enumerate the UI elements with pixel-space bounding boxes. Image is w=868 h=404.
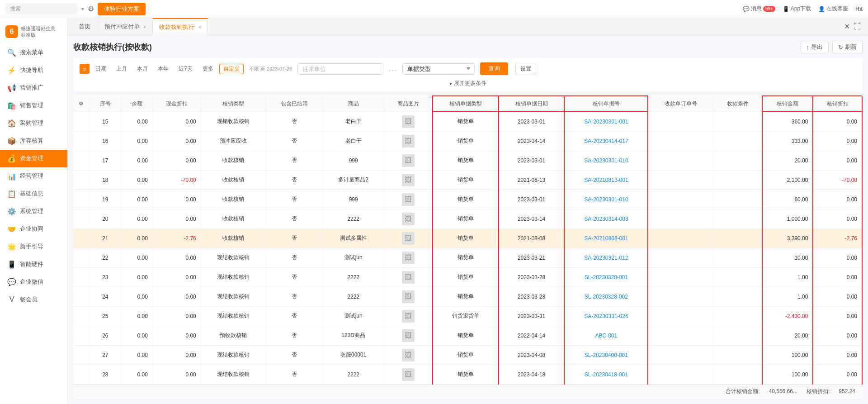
col-writeoff-amount-cell: 2,100.00 (762, 170, 813, 190)
col-cash-discount-cell: 0.00 (152, 287, 201, 306)
sidebar-item-operations[interactable]: 📊 经营管理 (0, 167, 67, 185)
tab-prepaid-close-icon[interactable]: × (143, 24, 146, 29)
filter-bill-type-select[interactable]: 单据类型 (402, 63, 475, 75)
col-gear-cell (73, 112, 90, 131)
col-writeoff-discount-cell: -2.76 (813, 228, 862, 248)
col-no-cell: 23 (90, 267, 121, 287)
col-no-cell: 19 (90, 190, 121, 209)
filter-date-7days[interactable]: 近7天 (175, 64, 197, 74)
col-bill-no-cell[interactable]: SA-20230414-017 (564, 131, 648, 151)
topbar-gear-icon[interactable]: ⚙ (88, 5, 94, 13)
sidebar-item-finance[interactable]: 💰 资金管理 (0, 150, 67, 167)
filter-date-more[interactable]: 更多 (198, 64, 217, 74)
goods-img-cell: 🖼 (384, 365, 433, 384)
col-bill-no-cell[interactable]: SA-20230301-010 (564, 190, 648, 209)
sidebar-item-enterprise[interactable]: 🤝 企业协同 (0, 220, 67, 238)
app-download-btn[interactable]: 📱 App下载 (783, 5, 811, 13)
tab-receipt-writeoff-close-icon[interactable]: × (198, 24, 201, 30)
sidebar-item-wechat[interactable]: 💬 企业微信 (0, 273, 67, 291)
filter-from-unit-input[interactable] (297, 63, 383, 75)
col-bill-date-cell: 2023-04-18 (499, 365, 565, 384)
industry-solution-button[interactable]: 体验行业方案 (98, 3, 146, 15)
col-bill-no-cell[interactable]: ABC-001 (564, 326, 648, 345)
col-goods-cell: 2222 (323, 267, 384, 287)
sidebar-item-base-info[interactable]: 📋 基础信息 (0, 185, 67, 203)
col-bill-no-cell[interactable]: SL-20230328-002 (564, 287, 648, 306)
tab-expand-button[interactable]: ⛶ (854, 22, 861, 31)
col-bill-no-cell[interactable]: SA-20230301-001 (564, 112, 648, 131)
col-receipt-order-no-cell (648, 248, 713, 267)
sidebar-item-newbie[interactable]: 🌟 新手引导 (0, 238, 67, 256)
topbar-chevron-icon[interactable]: ▾ (81, 6, 84, 12)
table-container[interactable]: ⚙ 序号 余额 现金折扣 核销类型 包含已结清 商品 商品图片 核销单据类型 核… (73, 95, 863, 399)
filter-date-custom[interactable]: 自定义 (219, 64, 244, 74)
col-bill-type-cell: 销货单 (433, 365, 499, 384)
col-bill-no-header: 核销单据号 (564, 96, 648, 112)
tab-bar-actions: ✕ ⛶ (844, 22, 864, 31)
tab-close-all-button[interactable]: ✕ (844, 22, 850, 31)
smart-hw-icon: 📱 (7, 260, 16, 269)
online-service-btn[interactable]: 👤 在线客服 (818, 5, 848, 13)
sidebar-item-purchase[interactable]: 🏠 采购管理 (0, 114, 67, 132)
filter-date-last-month[interactable]: 上月 (112, 64, 131, 74)
col-bill-type-cell: 销货单 (433, 326, 499, 345)
col-writeoff-discount-cell: 0.00 (813, 112, 862, 131)
col-receipt-order-no-header: 收款单订单号 (648, 96, 713, 112)
col-bill-no-cell[interactable]: SA-20230301-010 (564, 151, 648, 170)
col-payment-terms-cell (713, 112, 762, 131)
sidebar-item-system[interactable]: ⚙️ 系统管理 (0, 203, 67, 220)
col-balance-cell: 0.00 (121, 306, 153, 326)
sidebar-item-search-menu[interactable]: 🔍 搜索菜单 (0, 44, 67, 62)
col-balance-cell: 0.00 (121, 228, 153, 248)
col-balance-cell: 0.00 (121, 326, 153, 345)
sidebar-item-member[interactable]: V 畅会员 (0, 291, 67, 308)
tab-receipt-writeoff[interactable]: 收款核销执行 × (153, 18, 208, 35)
col-bill-no-cell[interactable]: SA-20230331-026 (564, 306, 648, 326)
export-button[interactable]: ↑ 导出 (801, 41, 829, 53)
sidebar-item-smart-hw[interactable]: 📱 智能硬件 (0, 256, 67, 273)
col-writeoff-type-cell: 现结收款核销 (201, 248, 266, 267)
filter-expand-row[interactable]: ▾ 展开更多条件 (80, 80, 856, 87)
refresh-button[interactable]: ↻ 刷新 (832, 41, 863, 53)
col-receipt-order-no-cell (648, 365, 713, 384)
user-name[interactable]: Rit (855, 5, 863, 12)
sidebar-item-sales[interactable]: 🛍️ 销售管理 (0, 97, 67, 114)
col-writeoff-type-cell: 现结收款核销 (201, 345, 266, 365)
message-icon: 💬 (743, 6, 750, 12)
col-included-cell: 否 (266, 170, 322, 190)
filter-row-1: » 日期 上月 本月 本年 近7天 更多 自定义 不限 至 2023-07-26 (80, 62, 856, 75)
col-bill-no-cell[interactable]: SA-20210808-001 (564, 228, 648, 248)
sidebar-item-inventory[interactable]: 📦 库存核算 (0, 132, 67, 150)
col-goods-cell: 2222 (323, 209, 384, 228)
filter-date-this-year[interactable]: 本年 (154, 64, 173, 74)
filter-date-this-month[interactable]: 本月 (133, 64, 152, 74)
col-bill-no-cell[interactable]: SA-20230321-012 (564, 248, 648, 267)
filter-settings-button[interactable]: 设置 (515, 63, 536, 75)
col-bill-date-cell: 2023-03-01 (499, 151, 565, 170)
col-bill-no-cell[interactable]: SL-20230418-001 (564, 365, 648, 384)
table-row: 23 0.00 0.00 现结收款核销 否 2222 🖼 销货单 2023-03… (73, 267, 862, 287)
col-writeoff-discount-cell: 0.00 (813, 267, 862, 287)
col-writeoff-amount-cell: 1,000.00 (762, 209, 813, 228)
col-bill-no-cell[interactable]: SL-20230328-001 (564, 267, 648, 287)
col-bill-no-cell[interactable]: SA-20230314-008 (564, 209, 648, 228)
tab-home[interactable]: 首页 (71, 18, 98, 35)
footer-total-discount-value: 952.24 (839, 388, 855, 394)
col-bill-no-cell[interactable]: SL-20230408-001 (564, 345, 648, 365)
col-gear-cell (73, 365, 90, 384)
sidebar-item-quick-nav[interactable]: ⚡ 快捷导航 (0, 62, 67, 79)
col-bill-date-cell: 2023-04-14 (499, 131, 565, 151)
table-row: 25 0.00 0.00 现结收款核销 否 测试jun 🖼 销货退货单 2023… (73, 306, 862, 326)
col-bill-type-header: 核销单据类型 (433, 96, 499, 112)
message-btn[interactable]: 💬 消息 99+ (743, 5, 775, 13)
topbar-search[interactable]: 搜索 (5, 3, 78, 14)
filter-query-button[interactable]: 查询 (480, 62, 508, 75)
tab-prepaid[interactable]: 预付冲应付单 × (98, 18, 153, 35)
col-gear[interactable]: ⚙ (73, 96, 90, 112)
sidebar-item-marketing[interactable]: 📢 营销推广 (0, 79, 67, 97)
col-bill-no-cell[interactable]: SA-20210813-001 (564, 170, 648, 190)
col-gear-cell (73, 209, 90, 228)
filter-collapse-button[interactable]: » (80, 64, 90, 74)
col-bill-date-cell: 2023-03-28 (499, 287, 565, 306)
col-bill-type-cell: 销货单 (433, 151, 499, 170)
